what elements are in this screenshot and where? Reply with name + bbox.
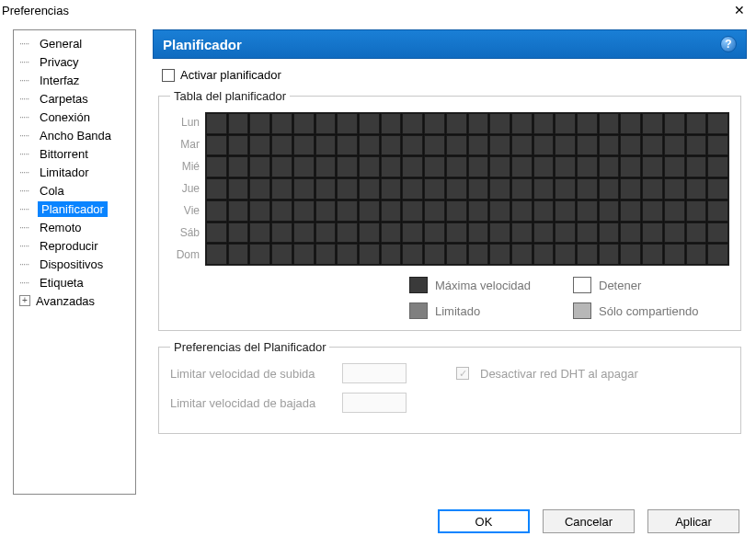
schedule-cell[interactable] (642, 178, 663, 200)
schedule-cell[interactable] (533, 244, 555, 265)
schedule-cell[interactable] (468, 156, 489, 177)
schedule-cell[interactable] (511, 156, 533, 177)
tree-item-general[interactable]: ·····General (14, 34, 135, 52)
enable-scheduler-checkbox[interactable] (162, 69, 175, 82)
schedule-cell[interactable] (293, 178, 315, 200)
schedule-cell[interactable] (337, 135, 358, 156)
schedule-cell[interactable] (686, 178, 707, 200)
schedule-cell[interactable] (686, 244, 707, 265)
schedule-cell[interactable] (315, 222, 337, 244)
schedule-cell[interactable] (577, 200, 598, 222)
schedule-cell[interactable] (555, 222, 576, 244)
schedule-cell[interactable] (599, 244, 620, 265)
schedule-cell[interactable] (533, 156, 555, 177)
schedule-cell[interactable] (511, 200, 533, 222)
schedule-cell[interactable] (511, 135, 533, 156)
schedule-cell[interactable] (468, 113, 489, 134)
tree-item-carpetas[interactable]: ·····Carpetas (14, 89, 135, 108)
schedule-cell[interactable] (468, 178, 489, 200)
schedule-cell[interactable] (424, 222, 445, 244)
schedule-cell[interactable] (555, 200, 576, 222)
schedule-cell[interactable] (489, 113, 510, 134)
schedule-cell[interactable] (489, 244, 510, 265)
schedule-cell[interactable] (620, 244, 641, 265)
schedule-cell[interactable] (533, 222, 555, 244)
schedule-cell[interactable] (468, 200, 489, 222)
schedule-cell[interactable] (337, 113, 358, 134)
schedule-cell[interactable] (620, 135, 641, 156)
schedule-cell[interactable] (489, 135, 510, 156)
schedule-cell[interactable] (707, 244, 728, 265)
schedule-cell[interactable] (707, 135, 728, 156)
schedule-cell[interactable] (359, 200, 380, 222)
schedule-cell[interactable] (228, 113, 249, 134)
apply-button[interactable]: Aplicar (647, 509, 739, 533)
schedule-cell[interactable] (381, 113, 402, 134)
schedule-cell[interactable] (271, 222, 292, 244)
cancel-button[interactable]: Cancelar (543, 509, 635, 533)
schedule-cell[interactable] (293, 135, 315, 156)
schedule-cell[interactable] (533, 178, 555, 200)
schedule-cell[interactable] (599, 178, 620, 200)
schedule-cell[interactable] (511, 113, 533, 134)
schedule-cell[interactable] (359, 135, 380, 156)
tree-item-etiqueta[interactable]: ·····Etiqueta (14, 273, 135, 291)
schedule-cell[interactable] (206, 222, 227, 244)
schedule-cell[interactable] (599, 135, 620, 156)
schedule-cell[interactable] (620, 222, 641, 244)
schedule-cell[interactable] (664, 178, 685, 200)
schedule-cell[interactable] (337, 244, 358, 265)
schedule-cell[interactable] (686, 135, 707, 156)
schedule-cell[interactable] (642, 222, 663, 244)
schedule-cell[interactable] (228, 222, 249, 244)
schedule-cell[interactable] (577, 244, 598, 265)
schedule-cell[interactable] (664, 156, 685, 177)
schedule-cell[interactable] (228, 244, 249, 265)
schedule-cell[interactable] (620, 156, 641, 177)
schedule-cell[interactable] (359, 178, 380, 200)
schedule-cell[interactable] (315, 113, 337, 134)
schedule-cell[interactable] (228, 156, 249, 177)
help-icon[interactable]: ? (720, 36, 737, 52)
schedule-cell[interactable] (664, 113, 685, 134)
schedule-cell[interactable] (620, 178, 641, 200)
schedule-cell[interactable] (359, 244, 380, 265)
schedule-cell[interactable] (489, 178, 510, 200)
schedule-cell[interactable] (381, 244, 402, 265)
schedule-cell[interactable] (511, 178, 533, 200)
schedule-cell[interactable] (315, 200, 337, 222)
schedule-cell[interactable] (620, 113, 641, 134)
schedule-cell[interactable] (402, 244, 423, 265)
schedule-cell[interactable] (249, 244, 270, 265)
schedule-cell[interactable] (271, 135, 292, 156)
schedule-cell[interactable] (359, 222, 380, 244)
schedule-cell[interactable] (533, 200, 555, 222)
schedule-cell[interactable] (249, 222, 270, 244)
schedule-cell[interactable] (206, 244, 227, 265)
schedule-cell[interactable] (599, 200, 620, 222)
schedule-grid[interactable] (205, 112, 729, 266)
schedule-cell[interactable] (446, 113, 467, 134)
schedule-cell[interactable] (206, 178, 227, 200)
schedule-cell[interactable] (642, 156, 663, 177)
schedule-cell[interactable] (642, 135, 663, 156)
schedule-cell[interactable] (249, 200, 270, 222)
schedule-cell[interactable] (707, 222, 728, 244)
schedule-cell[interactable] (686, 222, 707, 244)
schedule-cell[interactable] (315, 178, 337, 200)
schedule-cell[interactable] (446, 200, 467, 222)
schedule-cell[interactable] (337, 200, 358, 222)
schedule-cell[interactable] (271, 178, 292, 200)
schedule-cell[interactable] (402, 200, 423, 222)
schedule-cell[interactable] (599, 222, 620, 244)
tree-item-cola[interactable]: ·····Cola (14, 181, 135, 200)
schedule-cell[interactable] (511, 244, 533, 265)
schedule-cell[interactable] (446, 222, 467, 244)
schedule-cell[interactable] (664, 244, 685, 265)
schedule-cell[interactable] (206, 200, 227, 222)
schedule-cell[interactable] (511, 222, 533, 244)
schedule-cell[interactable] (642, 244, 663, 265)
schedule-cell[interactable] (359, 113, 380, 134)
schedule-cell[interactable] (424, 156, 445, 177)
schedule-cell[interactable] (686, 156, 707, 177)
